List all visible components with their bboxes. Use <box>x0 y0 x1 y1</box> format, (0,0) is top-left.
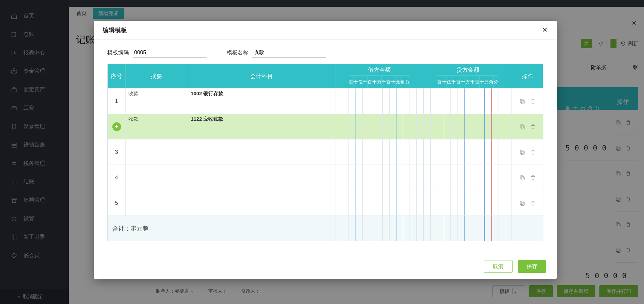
copy-icon[interactable] <box>519 175 525 181</box>
cell-debit[interactable] <box>335 165 424 190</box>
cell-ops <box>512 139 543 165</box>
cell-summary[interactable]: 收款 <box>126 88 188 114</box>
cell-credit[interactable] <box>424 114 513 139</box>
save-button[interactable]: 保存 <box>518 260 546 273</box>
delete-icon[interactable] <box>530 98 536 104</box>
table-row[interactable]: 4 <box>108 165 543 190</box>
th-summary: 摘要 <box>126 64 188 88</box>
cell-debit[interactable] <box>335 190 424 216</box>
cell-subject[interactable]: 1122 应收账款 <box>188 114 335 139</box>
svg-rect-23 <box>520 201 523 205</box>
cell-credit[interactable] <box>424 139 513 165</box>
cell-summary[interactable] <box>126 165 188 190</box>
cell-subject[interactable] <box>188 190 335 216</box>
template-name-input[interactable] <box>252 48 326 58</box>
delete-icon[interactable] <box>530 124 536 130</box>
cell-ops <box>512 190 543 216</box>
cell-ops <box>512 114 543 139</box>
delete-icon[interactable] <box>530 149 536 155</box>
table-row[interactable]: 5 <box>108 190 543 216</box>
table-row[interactable]: +收款1122 应收账款 <box>108 114 543 139</box>
delete-icon[interactable] <box>530 175 536 181</box>
copy-icon[interactable] <box>519 149 525 155</box>
cell-summary[interactable] <box>126 139 188 165</box>
svg-rect-18 <box>521 126 524 129</box>
total-label: 合计：零元整 <box>108 216 335 241</box>
delete-icon[interactable] <box>530 200 536 206</box>
cell-seq: 1 <box>108 88 126 114</box>
svg-rect-19 <box>520 150 523 154</box>
modal-title: 编辑模板 <box>103 26 127 34</box>
copy-icon[interactable] <box>519 200 525 206</box>
cell-credit[interactable] <box>424 190 513 216</box>
th-op: 操作 <box>512 64 543 88</box>
cell-credit[interactable] <box>424 88 513 114</box>
template-table: 序号 摘要 会计科目 借方金额 百十亿千百十万千百十元角分 贷方金额 百十亿千百… <box>107 64 543 241</box>
cell-debit[interactable] <box>335 139 424 165</box>
svg-rect-21 <box>520 176 523 179</box>
svg-rect-15 <box>520 99 523 103</box>
cell-credit[interactable] <box>424 165 513 190</box>
cell-seq: 4 <box>108 165 126 190</box>
svg-rect-24 <box>521 202 524 206</box>
edit-template-modal: 编辑模板 ✕ 模板编码 模板名称 序号 摘要 会计科目 借方金额 百十亿千百十万… <box>94 21 557 279</box>
th-seq: 序号 <box>108 64 126 88</box>
cell-debit[interactable] <box>335 114 424 139</box>
th-subject: 会计科目 <box>188 64 335 88</box>
cell-summary[interactable]: 收款 <box>126 114 188 139</box>
template-code-input[interactable] <box>133 48 207 58</box>
svg-rect-16 <box>521 100 524 104</box>
svg-rect-22 <box>521 177 524 180</box>
svg-rect-17 <box>520 125 523 128</box>
add-row-button[interactable]: + <box>112 122 121 131</box>
cell-subject[interactable] <box>188 165 335 190</box>
cell-subject[interactable]: 1002 银行存款 <box>188 88 335 114</box>
cell-debit[interactable] <box>335 88 424 114</box>
svg-rect-20 <box>521 151 524 155</box>
cancel-button[interactable]: 取消 <box>484 260 513 273</box>
table-row[interactable]: 3 <box>108 139 543 165</box>
table-row[interactable]: 1收款1002 银行存款 <box>108 88 543 114</box>
cell-ops <box>512 165 543 190</box>
th-credit: 贷方金额 百十亿千百十万千百十元角分 <box>424 64 513 88</box>
cell-summary[interactable] <box>126 190 188 216</box>
copy-icon[interactable] <box>519 124 525 130</box>
template-code-label: 模板编码 <box>107 49 129 56</box>
modal-close-icon[interactable]: ✕ <box>542 27 548 33</box>
cell-subject[interactable] <box>188 139 335 165</box>
cell-seq: 3 <box>108 139 126 165</box>
cell-ops <box>512 88 543 114</box>
cell-seq: 5 <box>108 190 126 216</box>
th-debit: 借方金额 百十亿千百十万千百十元角分 <box>335 64 424 88</box>
copy-icon[interactable] <box>519 98 525 104</box>
template-name-label: 模板名称 <box>227 49 248 56</box>
